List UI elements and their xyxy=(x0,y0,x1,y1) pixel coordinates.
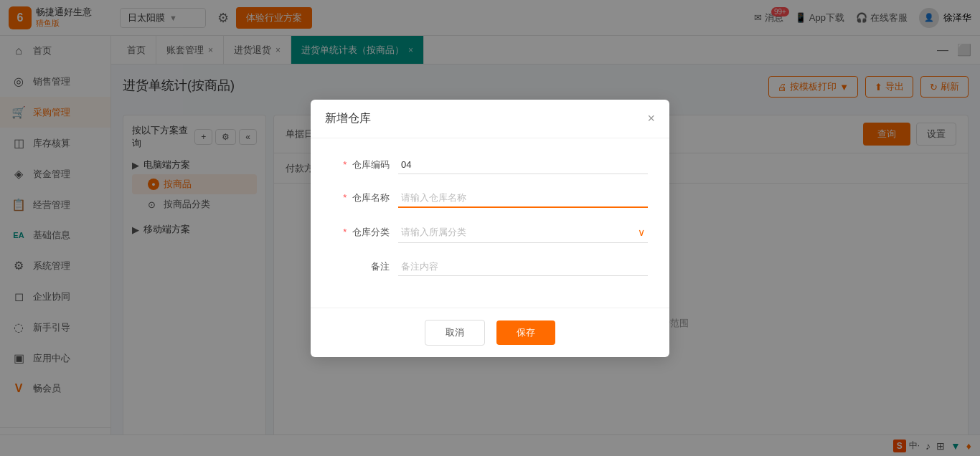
cancel-button[interactable]: 取消 xyxy=(425,320,485,346)
warehouse-name-input[interactable] xyxy=(398,189,648,208)
note-control xyxy=(398,257,648,276)
category-control: 请输入所属分类 ∨ xyxy=(398,222,648,243)
modal-footer: 取消 保存 xyxy=(311,308,669,357)
note-label: 备注 xyxy=(332,260,390,273)
warehouse-code-input[interactable] xyxy=(398,156,648,174)
code-control xyxy=(398,156,648,174)
add-warehouse-modal: 新增仓库 × * 仓库编码 * 仓库名称 xyxy=(311,100,669,357)
name-control xyxy=(398,189,648,208)
category-required-mark: * xyxy=(343,227,347,237)
warehouse-note-input[interactable] xyxy=(398,257,648,276)
warehouse-name-row: * 仓库名称 xyxy=(332,189,648,208)
modal-title: 新增仓库 xyxy=(325,111,371,126)
modal-close-btn[interactable]: × xyxy=(647,111,655,126)
name-required-mark: * xyxy=(343,192,347,203)
warehouse-note-row: 备注 xyxy=(332,257,648,276)
category-chevron-icon: ∨ xyxy=(638,227,645,238)
name-label: * 仓库名称 xyxy=(332,191,390,204)
warehouse-category-row: * 仓库分类 请输入所属分类 ∨ xyxy=(332,222,648,243)
category-placeholder: 请输入所属分类 xyxy=(401,226,466,239)
category-select[interactable]: 请输入所属分类 ∨ xyxy=(398,222,648,243)
category-form-label: * 仓库分类 xyxy=(332,226,390,239)
warehouse-code-row: * 仓库编码 xyxy=(332,156,648,174)
modal-overlay: 新增仓库 × * 仓库编码 * 仓库名称 xyxy=(0,0,980,456)
code-label: * 仓库编码 xyxy=(332,158,390,171)
modal-header: 新增仓库 × xyxy=(311,100,669,138)
code-required-mark: * xyxy=(343,159,347,170)
modal-body: * 仓库编码 * 仓库名称 * xyxy=(311,138,669,308)
save-button[interactable]: 保存 xyxy=(496,320,555,345)
